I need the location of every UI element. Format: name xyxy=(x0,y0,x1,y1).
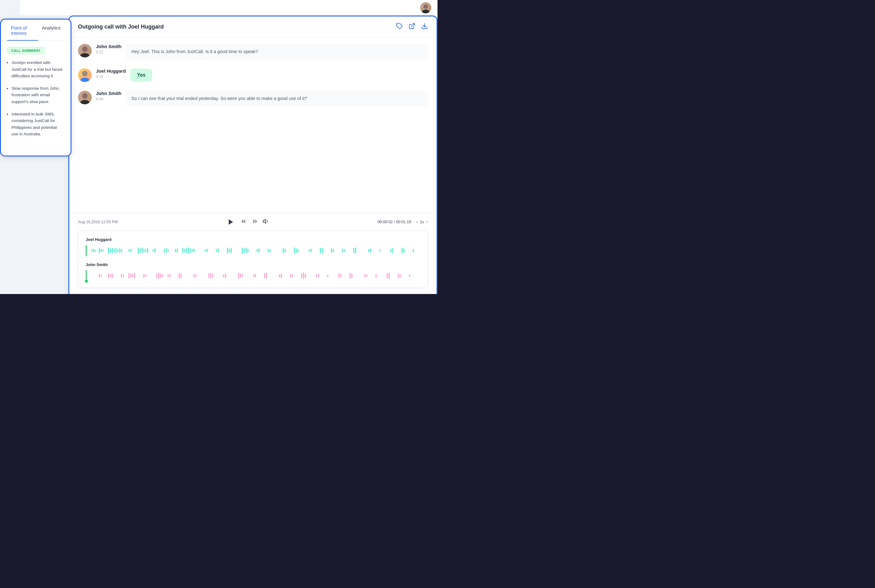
svg-rect-62 xyxy=(268,249,269,252)
speed-next[interactable]: > xyxy=(426,220,428,224)
svg-rect-77 xyxy=(353,248,355,253)
svg-rect-91 xyxy=(112,273,113,278)
svg-rect-129 xyxy=(316,274,317,277)
msg-time-1: 0:22 xyxy=(96,50,122,54)
svg-rect-51 xyxy=(216,249,217,252)
svg-rect-20 xyxy=(110,248,111,253)
svg-rect-60 xyxy=(257,249,258,252)
svg-rect-143 xyxy=(409,274,410,277)
tab-analytics[interactable]: Analytics xyxy=(38,20,64,40)
play-button[interactable] xyxy=(226,217,236,227)
speed-value: 1x xyxy=(420,220,424,224)
summary-list: Jocelyn enrolled with JustCall for a tri… xyxy=(5,59,71,138)
svg-rect-81 xyxy=(379,249,380,252)
svg-rect-52 xyxy=(218,248,219,253)
waveform-position-indicator xyxy=(86,245,87,256)
svg-rect-118 xyxy=(253,274,254,277)
player-date: Aug 16,2016 12:55 PM xyxy=(78,220,118,224)
svg-point-10 xyxy=(80,100,89,104)
svg-rect-29 xyxy=(138,248,139,254)
msg-meta-3: John Smith 0:45 xyxy=(96,91,122,101)
svg-rect-82 xyxy=(390,249,391,252)
svg-rect-57 xyxy=(244,248,245,253)
svg-rect-134 xyxy=(350,273,351,279)
svg-rect-41 xyxy=(177,248,178,253)
waveform-name-john: John Smith xyxy=(86,262,420,267)
svg-rect-137 xyxy=(366,274,368,277)
volume-button[interactable] xyxy=(263,218,269,226)
svg-rect-107 xyxy=(180,273,182,278)
svg-rect-71 xyxy=(320,248,321,253)
msg-name-3: John Smith xyxy=(96,91,122,96)
svg-rect-124 xyxy=(290,274,292,278)
msg-time-3: 0:45 xyxy=(96,97,122,101)
player-bar: Aug 16,2016 12:55 PM xyxy=(69,213,437,231)
svg-marker-12 xyxy=(263,219,266,224)
svg-point-8 xyxy=(80,78,89,82)
svg-marker-11 xyxy=(229,219,233,225)
msg-content-1: Hey Joel. This is John from JustCall. Is… xyxy=(126,44,428,60)
message-row-1: John Smith 0:22 Hey Joel. This is John f… xyxy=(78,44,428,60)
svg-rect-15 xyxy=(95,250,96,252)
svg-rect-133 xyxy=(340,274,341,278)
avatar[interactable] xyxy=(420,2,431,14)
svg-rect-126 xyxy=(301,273,302,278)
svg-rect-22 xyxy=(114,249,115,252)
svg-rect-56 xyxy=(242,248,243,254)
svg-rect-90 xyxy=(110,274,111,277)
svg-rect-69 xyxy=(308,249,310,252)
summary-item-1: Jocelyn enrolled with JustCall for a tri… xyxy=(12,59,64,80)
call-summary-badge: CALL SUMMARY xyxy=(7,47,45,54)
svg-rect-61 xyxy=(259,248,260,253)
svg-rect-80 xyxy=(370,248,371,253)
svg-point-6 xyxy=(80,53,89,57)
svg-rect-96 xyxy=(132,274,133,277)
svg-rect-79 xyxy=(368,249,370,252)
fastforward-button[interactable] xyxy=(251,218,258,226)
share-icon[interactable] xyxy=(409,22,415,31)
svg-rect-39 xyxy=(167,249,169,252)
svg-point-7 xyxy=(82,71,88,76)
tab-point-of-interest[interactable]: Point of Interest xyxy=(7,20,38,40)
svg-rect-132 xyxy=(338,273,340,278)
svg-rect-58 xyxy=(245,248,247,254)
svg-rect-89 xyxy=(108,273,110,278)
tag-icon[interactable] xyxy=(396,22,403,31)
svg-rect-119 xyxy=(255,274,256,278)
avatar-joel xyxy=(78,68,92,82)
svg-rect-42 xyxy=(182,248,183,254)
rewind-button[interactable] xyxy=(240,218,247,226)
right-panel: Outgoing call with Joel Huggard xyxy=(68,15,438,294)
svg-rect-59 xyxy=(247,249,248,252)
svg-rect-128 xyxy=(305,273,306,278)
summary-item-3: Interested in bulk SMS, considering Just… xyxy=(12,111,64,138)
svg-rect-63 xyxy=(270,249,271,252)
svg-rect-48 xyxy=(194,249,195,252)
svg-rect-101 xyxy=(158,273,159,279)
svg-rect-14 xyxy=(93,249,95,252)
svg-rect-115 xyxy=(238,273,239,279)
speed-prev[interactable]: < xyxy=(416,220,418,224)
top-bar xyxy=(20,0,438,15)
msg-content-3: So I can see that your trial ended yeste… xyxy=(126,91,428,106)
svg-rect-25 xyxy=(119,248,120,253)
svg-rect-87 xyxy=(99,274,100,278)
message-row-3: John Smith 0:45 So I can see that your t… xyxy=(78,91,428,106)
avatar-john-2 xyxy=(78,91,92,104)
svg-rect-16 xyxy=(99,248,100,253)
svg-rect-84 xyxy=(401,248,403,254)
svg-point-0 xyxy=(424,4,428,9)
svg-rect-33 xyxy=(145,249,146,252)
download-icon[interactable] xyxy=(421,22,428,31)
svg-rect-85 xyxy=(403,248,404,253)
svg-rect-73 xyxy=(331,248,332,253)
svg-rect-138 xyxy=(376,274,377,278)
svg-rect-142 xyxy=(400,274,401,277)
svg-rect-93 xyxy=(123,274,124,277)
svg-rect-114 xyxy=(225,273,226,278)
message-row-2: Joel Huggard 0:24 Yes xyxy=(78,68,428,82)
svg-rect-70 xyxy=(310,249,312,252)
header-actions xyxy=(396,22,428,31)
svg-rect-103 xyxy=(162,274,163,277)
waveform-joel-svg xyxy=(86,245,420,256)
